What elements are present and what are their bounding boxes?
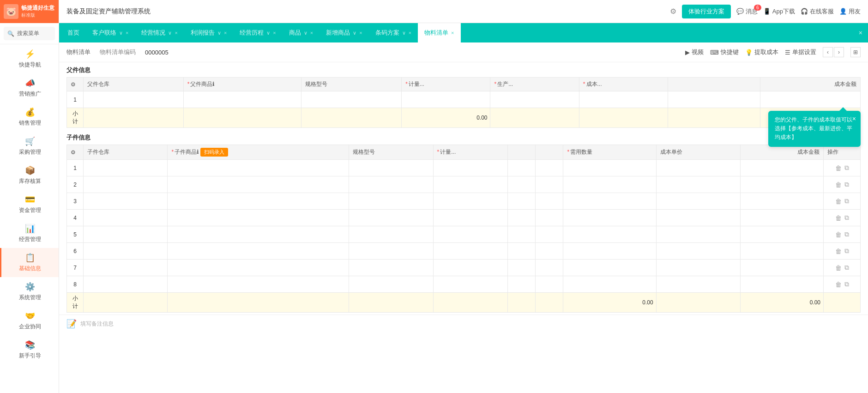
copy-row-5[interactable]: ⧉ (844, 230, 849, 238)
tab-new-goods-close[interactable]: × (359, 30, 362, 36)
copy-row-7[interactable]: ⧉ (844, 264, 849, 272)
sidebar-item-guide[interactable]: 📚 新手引导 (0, 335, 59, 364)
experience-button[interactable]: 体验行业方案 (682, 5, 731, 18)
child-unit-cost-6[interactable] (656, 243, 740, 260)
child-warehouse-5[interactable] (84, 226, 168, 243)
settings-icon[interactable]: ⚙ (670, 7, 676, 16)
parent-cost-1[interactable] (579, 91, 668, 108)
delete-row-6[interactable]: 🗑 (835, 248, 842, 255)
tab-op-status-close[interactable]: × (175, 30, 177, 36)
child-spec-6[interactable] (349, 243, 433, 260)
child-extra2-2[interactable] (536, 176, 563, 193)
sidebar-item-purchase[interactable]: 🛒 采购管理 (0, 132, 59, 161)
tab-operation-status[interactable]: 经营情况 ∨ × (135, 23, 184, 42)
child-warehouse-1[interactable] (84, 160, 168, 176)
parent-goods-1[interactable] (183, 91, 301, 108)
child-goods-8[interactable] (168, 276, 349, 293)
sidebar-item-operation[interactable]: 📊 经营管理 (0, 219, 59, 248)
child-required-qty-6[interactable] (563, 243, 656, 260)
grid-view-button[interactable]: ⊞ (850, 47, 861, 57)
child-unit-3[interactable] (433, 193, 508, 210)
child-goods-6[interactable] (168, 243, 349, 260)
child-warehouse-8[interactable] (84, 276, 168, 293)
child-warehouse-2[interactable] (84, 176, 168, 193)
child-extra2-3[interactable] (536, 193, 563, 210)
sidebar-item-system[interactable]: ⚙️ 系统管理 (0, 277, 59, 306)
child-spec-2[interactable] (349, 176, 433, 193)
child-unit-8[interactable] (433, 276, 508, 293)
tab-customer[interactable]: 客户联络 ∨ × (86, 23, 135, 42)
tab-customer-close[interactable]: × (126, 30, 128, 36)
tab-material-list-close[interactable]: × (451, 30, 454, 36)
child-unit-cost-3[interactable] (656, 193, 740, 210)
tab-barcode-close[interactable]: × (409, 30, 411, 36)
child-required-qty-4[interactable] (563, 210, 656, 226)
sidebar-item-inventory[interactable]: 📦 库存核算 (0, 161, 59, 190)
child-col-settings[interactable]: ⚙ (67, 145, 84, 160)
shortcut-action[interactable]: ⌨ 快捷键 (710, 48, 739, 56)
delete-row-2[interactable]: 🗑 (835, 181, 842, 188)
child-extra1-3[interactable] (508, 193, 536, 210)
child-required-qty-3[interactable] (563, 193, 656, 210)
child-goods-3[interactable] (168, 193, 349, 210)
child-spec-8[interactable] (349, 276, 433, 293)
child-extra1-6[interactable] (508, 243, 536, 260)
child-unit-6[interactable] (433, 243, 508, 260)
sidebar-item-marketing[interactable]: 📣 营销推广 (0, 73, 59, 103)
child-spec-3[interactable] (349, 193, 433, 210)
child-goods-1[interactable] (168, 160, 349, 176)
child-extra1-7[interactable] (508, 260, 536, 276)
extract-cost-action[interactable]: 💡 提取成本 (745, 48, 778, 56)
child-unit-cost-5[interactable] (656, 226, 740, 243)
child-required-qty-1[interactable] (563, 160, 656, 176)
message-button[interactable]: 💬 消息 6 (736, 7, 758, 16)
delete-row-4[interactable]: 🗑 (835, 214, 842, 222)
delete-row-5[interactable]: 🗑 (835, 231, 842, 238)
child-warehouse-6[interactable] (84, 243, 168, 260)
copy-row-1[interactable]: ⧉ (844, 164, 849, 172)
user-button[interactable]: 👤 用友 (839, 7, 861, 16)
tab-goods-close[interactable]: × (310, 30, 313, 36)
tab-home[interactable]: 首页 (61, 23, 86, 42)
scan-button[interactable]: 扫码录入 (200, 148, 228, 157)
child-goods-5[interactable] (168, 226, 349, 243)
child-required-qty-7[interactable] (563, 260, 656, 276)
search-menu-button[interactable]: 🔍 搜索菜单 (4, 27, 55, 40)
child-unit-cost-7[interactable] (656, 260, 740, 276)
child-extra1-5[interactable] (508, 226, 536, 243)
child-required-qty-5[interactable] (563, 226, 656, 243)
parent-spec-1[interactable] (301, 91, 402, 108)
child-extra2-6[interactable] (536, 243, 563, 260)
child-spec-4[interactable] (349, 210, 433, 226)
tab-close-all[interactable]: × (855, 29, 866, 36)
tab-barcode[interactable]: 条码方案 ∨ × (369, 23, 418, 42)
note-placeholder[interactable]: 填写备注信息 (80, 320, 114, 328)
tab-material-list[interactable]: 物料清单 × (418, 23, 460, 42)
child-goods-4[interactable] (168, 210, 349, 226)
delete-row-1[interactable]: 🗑 (835, 164, 842, 172)
parent-prod-1[interactable] (490, 91, 579, 108)
tab-goods[interactable]: 商品 ∨ × (283, 23, 319, 42)
parent-unit-1[interactable] (402, 91, 490, 108)
sidebar-item-sales[interactable]: 💰 销售管理 (0, 103, 59, 132)
child-extra2-1[interactable] (536, 160, 563, 176)
child-unit-cost-1[interactable] (656, 160, 740, 176)
sidebar-item-quick-nav[interactable]: ⚡ 快捷导航 (0, 44, 59, 73)
app-download-button[interactable]: 📱 App下载 (763, 7, 795, 16)
child-unit-cost-4[interactable] (656, 210, 740, 226)
tab-operation-history[interactable]: 经营历程 ∨ × (233, 23, 282, 42)
child-unit-cost-8[interactable] (656, 276, 740, 293)
sidebar-item-basic-info[interactable]: 📋 基础信息 (0, 248, 59, 277)
copy-row-4[interactable]: ⧉ (844, 214, 849, 222)
next-button[interactable]: › (834, 47, 844, 57)
sidebar-item-finance[interactable]: 💳 资金管理 (0, 190, 59, 219)
child-goods-7[interactable] (168, 260, 349, 276)
child-extra2-7[interactable] (536, 260, 563, 276)
tab-op-history-close[interactable]: × (273, 30, 276, 36)
child-warehouse-3[interactable] (84, 193, 168, 210)
view-action[interactable]: ▶ 视频 (685, 48, 704, 56)
child-required-qty-2[interactable] (563, 176, 656, 193)
child-unit-4[interactable] (433, 210, 508, 226)
child-extra1-2[interactable] (508, 176, 536, 193)
child-spec-1[interactable] (349, 160, 433, 176)
